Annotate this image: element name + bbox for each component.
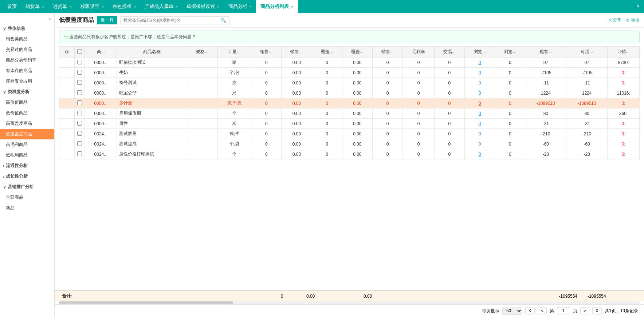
row-checkbox[interactable] [75, 119, 85, 129]
row-spec [187, 58, 217, 68]
first-page-button[interactable]: K [525, 307, 535, 314]
row-select-checkbox[interactable] [77, 100, 82, 105]
row-current: 97 [525, 58, 566, 68]
row-select-checkbox[interactable] [77, 131, 82, 136]
sidebar-item-low-coverage[interactable]: 低覆盖度商品 [0, 129, 54, 139]
close-icon[interactable]: × [291, 4, 293, 9]
row-browse1[interactable]: 0 [465, 119, 495, 129]
nav-tab-home[interactable]: 首页 [3, 0, 21, 13]
sidebar-group-cluster[interactable]: ∨ 类群度分析 [0, 87, 54, 97]
header-actions: ⎙ 分享 ↻ 导出 [609, 17, 640, 23]
sidebar-item-new-goods[interactable]: 新品 [0, 203, 54, 213]
search-input[interactable] [123, 18, 219, 23]
row-checkbox[interactable] [75, 98, 85, 108]
sidebar-item-high-coverage[interactable]: 高覆盖度商品 [0, 118, 54, 129]
row-browse1[interactable]: 0 [465, 68, 495, 78]
total-current: -1095554 [554, 294, 582, 299]
row-checkbox[interactable] [75, 129, 85, 139]
page-size-select[interactable]: 50 100 200 [502, 307, 522, 315]
page-input[interactable] [557, 307, 570, 314]
sidebar-group-overall[interactable]: ∨ 整体信息 [0, 23, 54, 34]
close-icon[interactable]: × [134, 4, 136, 9]
row-sales-x: 0 [372, 108, 402, 119]
row-checkbox[interactable] [75, 149, 85, 159]
row-checkbox[interactable] [75, 108, 85, 119]
row-browse1[interactable]: 0 [465, 78, 495, 88]
nav-tab-purchase[interactable]: 进货单 × [48, 0, 76, 13]
row-select-checkbox[interactable] [77, 151, 82, 156]
row-browse1[interactable]: 0 [465, 108, 495, 119]
sidebar-item-sales-goods[interactable]: 销售类商品 [0, 34, 54, 44]
row-sales-x: 0 [372, 129, 402, 139]
row-select-checkbox[interactable] [77, 60, 82, 64]
table-row: 0000... 旺辅批次测试 箱 0 0.00 0 0.00 0 0 0 0 0… [59, 58, 640, 68]
nav-tab-roles[interactable]: 角色授权 × [108, 0, 140, 13]
row-select-checkbox[interactable] [77, 70, 82, 75]
row-sales-qty: 0 [251, 108, 282, 119]
col-checkbox[interactable] [75, 47, 85, 58]
row-checkbox[interactable] [75, 88, 85, 98]
row-browse1[interactable]: 0 [465, 58, 495, 68]
row-checkbox[interactable] [75, 78, 85, 88]
row-select-checkbox[interactable] [77, 121, 82, 126]
close-icon[interactable]: × [176, 4, 178, 9]
search-icon[interactable]: 🔍 [221, 18, 226, 23]
close-all-button[interactable]: × [636, 3, 640, 10]
sidebar-item-low-value[interactable]: 低价值商品 [0, 108, 54, 118]
nav-tab-analysis-list[interactable]: 商品分析列表 × [256, 0, 298, 13]
sidebar-item-high-value[interactable]: 高价值商品 [0, 97, 54, 108]
close-icon[interactable]: × [217, 4, 219, 9]
row-checkbox[interactable] [75, 68, 85, 78]
close-icon[interactable]: × [42, 4, 44, 9]
nav-tab-analysis[interactable]: 商品分析 × [224, 0, 256, 13]
row-spec [187, 129, 217, 139]
row-code: 0000... [85, 78, 117, 88]
nav-tab-template[interactable]: 单据模板设置 × [182, 0, 224, 13]
share-button[interactable]: ⎙ 分享 [609, 17, 621, 23]
row-browse1[interactable]: 0 [465, 98, 495, 108]
prev-page-button[interactable]: < [538, 307, 547, 314]
sidebar-group-growth[interactable]: › 成长性分析 [0, 171, 54, 182]
time-filter-button[interactable]: 近一月 [97, 16, 117, 24]
close-icon[interactable]: × [102, 4, 104, 9]
row-cover1: 0 [312, 78, 342, 88]
row-sales-amt: 0.00 [282, 68, 312, 78]
row-sales-amt: 0.00 [282, 58, 312, 68]
nav-tab-production[interactable]: 产成品入库单 × [141, 0, 182, 13]
sidebar-group-marketing[interactable]: ∨ 营销推广分析 [0, 182, 54, 192]
row-browse1[interactable]: 0 [465, 129, 495, 139]
row-select-checkbox[interactable] [77, 80, 82, 85]
col-settings[interactable]: ⚙ [59, 47, 75, 58]
sidebar-item-low-margin[interactable]: 低毛利商品 [0, 150, 54, 161]
sidebar-group-liquidity[interactable]: › 流通性分析 [0, 161, 54, 171]
sidebar-item-traded-goods[interactable]: 交易过的商品 [0, 44, 54, 55]
sidebar-item-stocked-goods[interactable]: 有库存的商品 [0, 66, 54, 76]
nav-tab-permissions[interactable]: 权限设置 × [76, 0, 108, 13]
row-trade: 0 [434, 68, 464, 78]
last-page-button[interactable]: X [592, 307, 602, 314]
close-icon[interactable]: × [250, 4, 252, 9]
row-browse1[interactable]: 0 [465, 149, 495, 159]
row-browse1[interactable]: 0 [465, 139, 495, 149]
row-browse2: 0 [495, 98, 525, 108]
row-checkbox[interactable] [75, 139, 85, 149]
row-select-checkbox[interactable] [77, 90, 82, 95]
close-icon[interactable]: × [69, 4, 71, 9]
export-button[interactable]: ↻ 导出 [626, 17, 640, 23]
next-page-button[interactable]: > [580, 307, 589, 314]
sidebar-toggle[interactable]: « [0, 15, 54, 23]
row-sales-x: 0 [372, 119, 402, 129]
sidebar-item-category-sales-rate[interactable]: 商品分类动销率 [0, 55, 54, 66]
sidebar-item-inventory-capital[interactable]: 库存资金占用 [0, 76, 54, 87]
row-browse1[interactable]: 0 [465, 88, 495, 98]
row-select-checkbox[interactable] [77, 111, 82, 115]
row-settings [59, 98, 75, 108]
col-sales-amt: 销售... [282, 47, 312, 58]
row-select-checkbox[interactable] [77, 141, 82, 146]
select-all-checkbox[interactable] [77, 49, 82, 54]
sidebar-section-overall: ∨ 整体信息 销售类商品 交易过的商品 商品分类动销率 有库存的商品 库存资金占… [0, 23, 54, 87]
sidebar-item-high-margin[interactable]: 高毛利商品 [0, 139, 54, 150]
row-checkbox[interactable] [75, 58, 85, 68]
sidebar-item-all-goods[interactable]: 全部商品 [0, 192, 54, 203]
nav-tab-sales[interactable]: 销货单 × [21, 0, 48, 13]
